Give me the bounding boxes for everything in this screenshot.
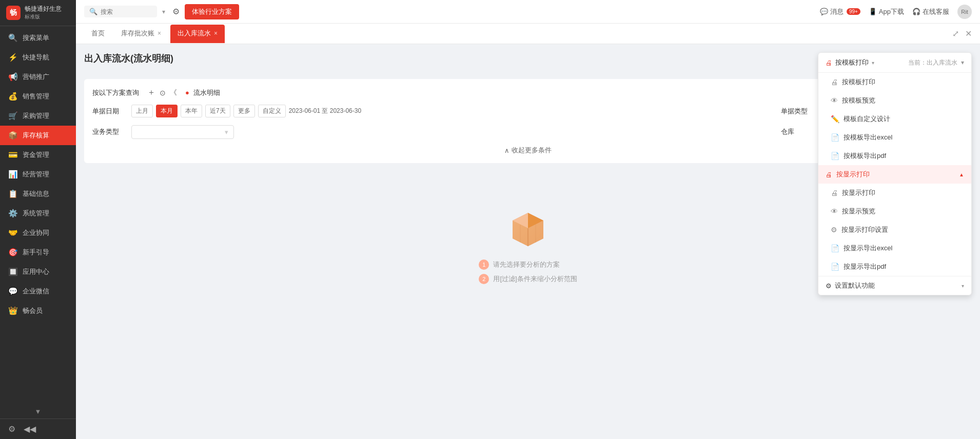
window-restore-icon[interactable]: ⤢: [952, 29, 959, 38]
vip-icon: 👑: [8, 306, 17, 315]
dropdown-item-template-pdf[interactable]: 📄 按模板导出pdf: [818, 147, 971, 165]
sidebar-item-vip[interactable]: 👑 畅会员: [0, 301, 76, 321]
sidebar-scroll-down[interactable]: ▼: [0, 405, 76, 418]
dropdown-item-display-preview[interactable]: 👁 按显示预览: [818, 202, 971, 221]
footer-settings-icon: ⚙: [826, 282, 832, 290]
sidebar-item-system[interactable]: ⚙️ 系统管理: [0, 204, 76, 223]
sidebar-logo: 畅 畅捷通好生意 标准版: [0, 0, 76, 26]
dropdown-item-display-excel[interactable]: 📄 按显示导出excel: [818, 239, 971, 257]
trial-btn[interactable]: 体验行业方案: [185, 4, 239, 19]
search-input[interactable]: [101, 8, 152, 15]
sidebar-item-sales[interactable]: 💰 销售管理: [0, 87, 76, 106]
dropdown-item-display-print-settings[interactable]: ⚙ 按显示打印设置: [818, 221, 971, 239]
current-template-label: 当前：出入库流水 ▾: [908, 58, 964, 67]
date-btn-last-7-days[interactable]: 近7天: [205, 105, 230, 117]
dropdown-display-section-header[interactable]: 🖨 按显示打印 ▲: [818, 165, 971, 184]
printer-icon: 🖨: [831, 78, 838, 86]
filter-settings-icon[interactable]: ⊙: [160, 89, 166, 97]
window-close-icon[interactable]: ✕: [965, 29, 972, 38]
sidebar-item-wechat[interactable]: 💬 企业微信: [0, 282, 76, 301]
sidebar-item-collab[interactable]: 🤝 企业协同: [0, 223, 76, 243]
online-service-action[interactable]: 🎧 在线客服: [912, 7, 949, 16]
date-filters: 上月 本月 本年 近7天 更多 自定义 2023-06-01 至 2023-06…: [131, 105, 361, 117]
sidebar-nav: 🔍 搜索菜单 ⚡ 快捷导航 📢 营销推广 💰 销售管理 🛒 采购管理 📦 库存核…: [0, 26, 76, 405]
dropdown-item-display-print[interactable]: 🖨 按显示打印: [818, 184, 971, 202]
app-download-action[interactable]: 📱 App下载: [869, 7, 904, 16]
dropdown-item-template-excel[interactable]: 📄 按模板导出excel: [818, 128, 971, 147]
settings-icon[interactable]: ⚙: [8, 424, 15, 434]
topbar-gear-icon[interactable]: ⚙: [172, 7, 180, 16]
quick-nav-icon: ⚡: [8, 53, 17, 62]
doc-type-label: 单据类型: [781, 107, 812, 116]
dropdown-header: 🖨 按模板打印 ▾ 当前：出入库流水 ▾: [818, 53, 971, 73]
warehouse-label: 仓库: [781, 127, 812, 136]
operation-icon: 📊: [8, 170, 17, 179]
basic-icon: 📋: [8, 189, 17, 198]
main-area: 🔍 ▾ ⚙ 体验行业方案 💬 消息 99+ 📱 App下载 🎧 在线客服 Rit: [76, 0, 980, 439]
tab-close-batch-account[interactable]: ×: [158, 30, 161, 37]
guide-icon: 🎯: [8, 248, 17, 257]
filter-collapse-icon[interactable]: 《: [170, 88, 177, 97]
collapse-sidebar-icon[interactable]: ◀◀: [24, 424, 36, 434]
print-dropdown-panel: 🖨 按模板打印 ▾ 当前：出入库流水 ▾ 🖨 按模板打印 👁 按模板预览: [818, 52, 972, 295]
date-btn-current-month[interactable]: 本月: [156, 105, 178, 117]
page-content: 出入库流水(流水明细) 🖨 按模板打印 ▲ 📤 导出 🔄 刷新: [76, 44, 980, 439]
topbar-search-box[interactable]: 🔍: [84, 6, 157, 17]
sidebar-item-finance[interactable]: 💳 资金管理: [0, 145, 76, 165]
empty-step-2: 2 用[过滤]条件来缩小分析范围: [479, 274, 577, 284]
sidebar-item-operation[interactable]: 📊 经营管理: [0, 165, 76, 184]
sidebar-item-purchase[interactable]: 🛒 采购管理: [0, 106, 76, 126]
dropdown-item-template-preview[interactable]: 👁 按模板预览: [818, 91, 971, 110]
sidebar-item-search[interactable]: 🔍 搜索菜单: [0, 28, 76, 48]
dropdown-item-display-pdf[interactable]: 📄 按显示导出pdf: [818, 257, 971, 276]
sidebar-item-quick-nav[interactable]: ⚡ 快捷导航: [0, 48, 76, 67]
sidebar-item-guide[interactable]: 🎯 新手引导: [0, 243, 76, 262]
display-section-chevron-icon: ▲: [959, 172, 964, 177]
tab-batch-account[interactable]: 库存批次账 ×: [114, 25, 168, 43]
biz-type-select[interactable]: ▾: [131, 125, 234, 139]
filter-dot-icon: ●: [185, 89, 189, 96]
dropdown-header-actions: 当前：出入库流水 ▾: [908, 58, 964, 67]
search-dropdown-icon[interactable]: ▾: [162, 8, 165, 15]
user-avatar[interactable]: Rit: [957, 5, 972, 19]
footer-chevron-icon: ▾: [962, 283, 964, 289]
dropdown-item-template-print[interactable]: 🖨 按模板打印: [818, 73, 971, 91]
date-btn-custom[interactable]: 自定义: [258, 105, 286, 117]
search-icon: 🔍: [89, 8, 97, 15]
empty-illustration: [502, 200, 554, 251]
topbar: 🔍 ▾ ⚙ 体验行业方案 💬 消息 99+ 📱 App下载 🎧 在线客服 Rit: [76, 0, 980, 24]
apps-icon: 🔲: [8, 267, 17, 276]
tab-flow[interactable]: 出入库流水 ×: [170, 25, 225, 43]
phone-icon: 📱: [869, 8, 877, 15]
tab-home[interactable]: 首页: [84, 25, 112, 43]
display-preview-icon: 👁: [831, 207, 838, 215]
sidebar-item-basic[interactable]: 📋 基础信息: [0, 184, 76, 204]
date-btn-last-month[interactable]: 上月: [131, 105, 153, 117]
search-icon: 🔍: [8, 33, 17, 43]
collab-icon: 🤝: [8, 228, 17, 237]
sidebar-item-marketing[interactable]: 📢 营销推广: [0, 67, 76, 87]
filter-add-icon[interactable]: ＋: [147, 87, 155, 98]
design-icon: ✏️: [831, 115, 839, 123]
purchase-icon: 🛒: [8, 111, 17, 121]
empty-steps: 1 请先选择要分析的方案 2 用[过滤]条件来缩小分析范围: [479, 260, 577, 288]
date-btn-current-year[interactable]: 本年: [181, 105, 202, 117]
display-section-icon: 🖨: [826, 171, 832, 178]
date-range-display: 2023-06-01 至 2023-06-30: [289, 107, 361, 115]
system-icon: ⚙️: [8, 209, 17, 218]
date-btn-more[interactable]: 更多: [233, 105, 255, 117]
filter-label: 按以下方案查询: [92, 88, 139, 97]
app-logo-text: 畅捷通好生意 标准版: [25, 5, 62, 21]
sidebar-item-inventory[interactable]: 📦 库存核算: [0, 126, 76, 145]
tab-close-flow[interactable]: ×: [214, 30, 218, 37]
empty-step-1: 1 请先选择要分析的方案: [479, 260, 577, 270]
inventory-icon: 📦: [8, 131, 17, 140]
dropdown-item-template-custom[interactable]: ✏️ 模板自定义设计: [818, 110, 971, 128]
dropdown-footer[interactable]: ⚙ 设置默认功能 ▾: [818, 276, 971, 295]
messages-action[interactable]: 💬 消息 99+: [820, 7, 860, 16]
topbar-actions: 💬 消息 99+ 📱 App下载 🎧 在线客服 Rit: [820, 5, 972, 19]
display-settings-icon: ⚙: [831, 226, 837, 234]
display-excel-icon: 📄: [831, 244, 839, 252]
tabbar: 首页 库存批次账 × 出入库流水 × ⤢ ✕: [76, 24, 980, 44]
sidebar-item-apps[interactable]: 🔲 应用中心: [0, 262, 76, 282]
